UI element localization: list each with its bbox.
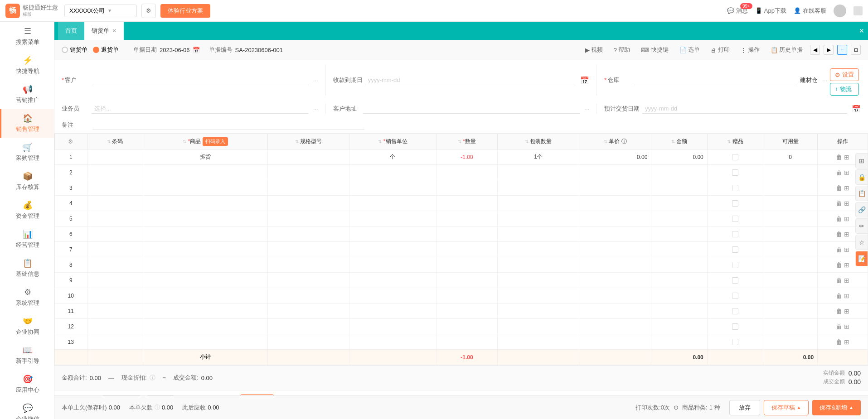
settings-btn[interactable]: ⚙ 设置: [830, 68, 859, 81]
sidebar-item-finance[interactable]: 💰 资金管理: [0, 196, 54, 225]
row-2-copy[interactable]: ⊞: [844, 169, 849, 176]
receipt-date-input[interactable]: [365, 75, 576, 85]
radio-sales-order[interactable]: 销货单: [62, 46, 87, 54]
row-1-spec[interactable]: [268, 149, 349, 165]
row-8-delete[interactable]: 🗑: [836, 261, 842, 269]
tab-home[interactable]: 首页: [58, 22, 84, 40]
row-5-copy[interactable]: ⊞: [844, 215, 849, 222]
delivery-date-input[interactable]: [642, 104, 847, 114]
row-3-delete[interactable]: 🗑: [836, 184, 842, 192]
select-order-btn[interactable]: 📄 选单: [676, 44, 703, 55]
user-avatar-2[interactable]: [853, 6, 863, 15]
calendar-icon[interactable]: 📅: [193, 47, 200, 53]
tab-close-all-icon[interactable]: ✕: [859, 27, 864, 34]
discount-help-icon[interactable]: ⓘ: [150, 374, 155, 382]
salesperson-input[interactable]: [92, 104, 309, 114]
help-btn[interactable]: ? 帮助: [610, 44, 634, 55]
sidebar-item-search[interactable]: ☰ 搜索菜单: [0, 22, 54, 51]
tab-sales-order[interactable]: 销货单 ✕: [84, 22, 124, 40]
row-10-delete[interactable]: 🗑: [836, 292, 842, 299]
row-2-delete[interactable]: 🗑: [836, 169, 842, 176]
row-4-delete[interactable]: 🗑: [836, 200, 842, 207]
app-download-button[interactable]: 📱 App下载: [755, 7, 786, 15]
salesperson-dots[interactable]: ···: [313, 106, 318, 112]
row-12-delete[interactable]: 🗑: [836, 323, 842, 330]
float-link-btn[interactable]: 🔗: [855, 202, 868, 217]
receipt-calendar-icon[interactable]: 📅: [580, 76, 589, 85]
row-11-copy[interactable]: ⊞: [844, 308, 849, 315]
sidebar-item-inventory[interactable]: 📦 库存核算: [0, 167, 54, 196]
row-1-delete-btn[interactable]: 🗑: [836, 154, 842, 161]
row-6-delete[interactable]: 🗑: [836, 231, 842, 238]
history-btn[interactable]: 📋 历史单据: [767, 44, 806, 55]
col-settings-header[interactable]: ⚙: [55, 134, 87, 149]
product-type-radio-icon[interactable]: ⊙: [674, 404, 679, 411]
discard-button[interactable]: 放弃: [729, 400, 760, 415]
warehouse-dots[interactable]: ···: [822, 77, 827, 84]
customer-input[interactable]: [92, 75, 309, 85]
save-draft-button[interactable]: 保存草稿 ▲: [764, 400, 809, 415]
logistics-btn[interactable]: + 物流: [830, 83, 859, 96]
row-13-copy[interactable]: ⊞: [844, 338, 849, 346]
row-6-copy[interactable]: ⊞: [844, 231, 849, 238]
address-dots[interactable]: ···: [585, 106, 590, 112]
row-4-copy[interactable]: ⊞: [844, 200, 849, 207]
sidebar-item-basic[interactable]: 📋 基础信息: [0, 254, 54, 283]
list-view-btn[interactable]: ≡: [837, 45, 847, 55]
row-7-copy[interactable]: ⊞: [844, 246, 849, 253]
row-12-copy[interactable]: ⊞: [844, 323, 849, 330]
messages-button[interactable]: 💬 消息 99+: [727, 7, 748, 15]
prev-btn[interactable]: ◀: [810, 45, 820, 55]
trial-button[interactable]: 体验行业方案: [160, 4, 210, 18]
operation-btn[interactable]: ⋮ 操作: [737, 44, 763, 55]
row-1-gift[interactable]: [707, 149, 763, 165]
sidebar-item-marketing[interactable]: 📢 营销推广: [0, 80, 54, 109]
row-1-quantity[interactable]: -1.00: [436, 149, 497, 165]
row-9-copy[interactable]: ⊞: [844, 277, 849, 284]
customer-dots[interactable]: ···: [313, 77, 318, 84]
sidebar-item-purchase[interactable]: 🛒 采购管理: [0, 138, 54, 167]
float-edit-btn[interactable]: ✏: [855, 218, 868, 234]
sidebar-item-collab[interactable]: 🤝 企业协同: [0, 312, 54, 341]
row-1-copy-btn[interactable]: ⊞: [844, 154, 849, 161]
tab-close-icon[interactable]: ✕: [112, 28, 116, 34]
product-type-selector[interactable]: 商品种类: 1 种: [682, 404, 720, 412]
sidebar-item-apps[interactable]: 🎯 应用中心: [0, 370, 54, 399]
row-5-delete[interactable]: 🗑: [836, 215, 842, 222]
delivery-calendar-icon[interactable]: 📅: [852, 105, 861, 113]
row-13-delete[interactable]: 🗑: [836, 338, 842, 346]
sidebar-item-sales[interactable]: 🏠 销售管理: [0, 109, 54, 138]
row-8-copy[interactable]: ⊞: [844, 261, 849, 269]
float-clipboard-btn[interactable]: 📋: [855, 186, 868, 201]
float-lock-btn[interactable]: 🔒: [855, 169, 868, 185]
row-9-delete[interactable]: 🗑: [836, 277, 842, 284]
warehouse-input[interactable]: [634, 75, 797, 85]
customer-address-input[interactable]: [363, 104, 580, 114]
row-1-unit-price[interactable]: 0.00: [579, 149, 651, 165]
owed-help-icon[interactable]: ⓘ: [155, 404, 160, 411]
float-star-btn[interactable]: ☆: [855, 235, 868, 250]
sidebar-item-guide[interactable]: 📖 新手引导: [0, 341, 54, 370]
company-selector[interactable]: XXXXXX公司 ▼: [64, 5, 137, 17]
scan-input-btn[interactable]: 扫码录入: [203, 137, 228, 146]
sidebar-item-management[interactable]: 📊 经营管理: [0, 225, 54, 254]
grid-view-btn[interactable]: ⊞: [851, 45, 861, 55]
next-btn[interactable]: ▶: [824, 45, 834, 55]
radio-return-order[interactable]: 退货单: [93, 46, 119, 54]
save-new-button[interactable]: 保存&新增 ▲: [812, 400, 861, 415]
sidebar-item-system[interactable]: ⚙ 系统管理: [0, 283, 54, 312]
row-7-delete[interactable]: 🗑: [836, 246, 842, 253]
settings-gear-button[interactable]: ⚙: [141, 4, 156, 18]
row-10-copy[interactable]: ⊞: [844, 292, 849, 299]
row-11-delete[interactable]: 🗑: [836, 308, 842, 315]
float-expand-btn[interactable]: ⊞: [855, 153, 868, 169]
remark-input[interactable]: [92, 120, 364, 130]
sidebar-item-wechat[interactable]: 💬 企业微信: [0, 399, 54, 419]
row-1-barcode[interactable]: [87, 149, 143, 165]
row-3-copy[interactable]: ⊞: [844, 184, 849, 192]
shortcut-btn[interactable]: ⌨ 快捷键: [637, 44, 672, 55]
online-service-button[interactable]: 👤 在线客服: [794, 7, 826, 15]
float-note-btn[interactable]: 📝: [855, 251, 868, 266]
print-btn[interactable]: 🖨 打印: [707, 44, 733, 55]
user-avatar[interactable]: [834, 5, 846, 17]
